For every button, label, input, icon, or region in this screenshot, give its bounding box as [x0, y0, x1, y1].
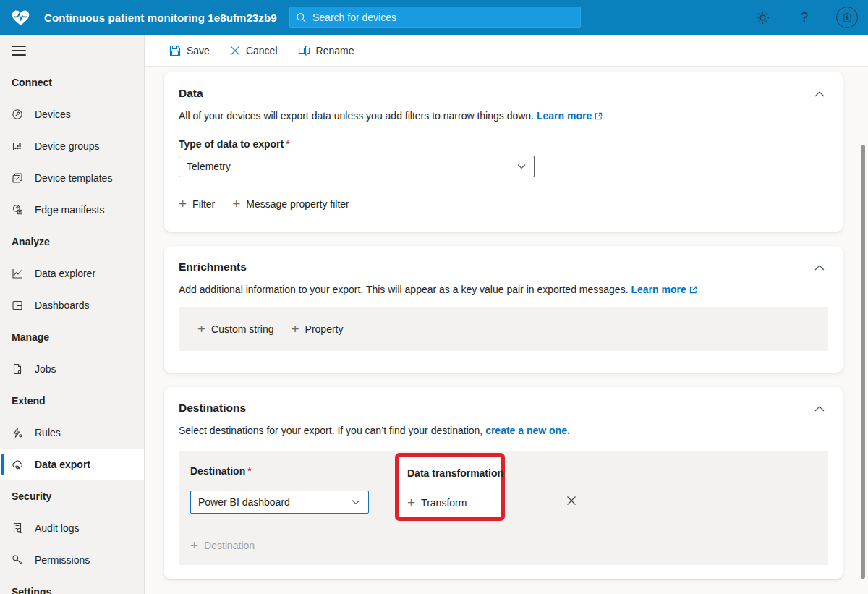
- type-of-data-value: Telemetry: [187, 161, 231, 172]
- sidebar-item-label: Edge manifests: [35, 204, 105, 216]
- filter-button-label: Filter: [192, 198, 215, 210]
- sidebar-item-label: Device groups: [35, 140, 100, 152]
- enrichments-empty-panel: + Custom string + Property: [179, 307, 828, 351]
- devices-icon: [12, 109, 23, 120]
- learn-more-link[interactable]: Learn more: [631, 284, 686, 295]
- save-icon: [169, 45, 181, 56]
- learn-more-link[interactable]: Learn more: [537, 110, 592, 122]
- rename-label: Rename: [316, 45, 354, 56]
- sidebar-item-label: Device templates: [35, 172, 112, 184]
- create-new-destination-link[interactable]: create a new one.: [485, 425, 570, 436]
- vertical-scrollbar-thumb[interactable]: [861, 145, 865, 579]
- sidebar-item-data-explorer[interactable]: Data explorer: [0, 258, 144, 289]
- required-asterisk: *: [247, 465, 251, 477]
- enrichments-section-card: Enrichments Add additional information t…: [164, 246, 843, 373]
- help-icon[interactable]: ?: [794, 7, 814, 27]
- rename-button[interactable]: Rename: [298, 45, 354, 56]
- top-app-bar: Continuous patient monitoring 1e8ufm23zb…: [0, 0, 868, 35]
- rename-icon: [298, 45, 310, 56]
- sidebar-section-manage: Manage: [0, 321, 144, 353]
- collapse-chevron-up-icon[interactable]: [814, 263, 825, 272]
- external-link-icon: [689, 286, 697, 294]
- permissions-icon: [12, 554, 23, 566]
- sidebar-section-analyze: Analyze: [0, 226, 144, 258]
- data-section-card: Data All of your devices will export dat…: [164, 72, 843, 232]
- data-explorer-icon: [12, 268, 23, 279]
- destination-dropdown[interactable]: Power BI dashboard: [190, 491, 369, 514]
- required-asterisk: *: [286, 138, 289, 150]
- add-custom-string-button[interactable]: + Custom string: [197, 322, 273, 336]
- search-icon: [296, 12, 307, 23]
- destination-label: Destination*: [190, 465, 252, 477]
- transform-label: Transform: [421, 497, 467, 509]
- sidebar-item-label: Rules: [35, 427, 61, 438]
- plus-icon: +: [190, 538, 198, 552]
- add-transform-button[interactable]: + Transform: [407, 496, 467, 509]
- sidebar-item-label: Jobs: [35, 363, 56, 375]
- data-export-editor: Data All of your devices will export dat…: [145, 67, 868, 594]
- sidebar-item-label: Dashboards: [35, 300, 90, 311]
- collapse-chevron-up-icon[interactable]: [814, 404, 825, 413]
- settings-gear-icon[interactable]: [752, 7, 773, 27]
- type-of-data-dropdown[interactable]: Telemetry: [179, 156, 535, 177]
- sidebar-nav: Connect Devices Device groups Device tem…: [0, 35, 145, 594]
- add-filter-button[interactable]: + Filter: [179, 197, 215, 211]
- data-transformation-label: Data transformation: [407, 467, 503, 479]
- hamburger-icon: [12, 43, 26, 59]
- audit-logs-icon: [12, 522, 23, 534]
- sidebar-item-audit-logs[interactable]: Audit logs: [0, 512, 144, 544]
- destinations-description: Select destinations for your export. If …: [179, 425, 482, 436]
- edge-manifests-icon: [12, 204, 23, 216]
- plus-icon: +: [197, 322, 205, 336]
- destination-value: Power BI dashboard: [198, 496, 290, 508]
- sidebar-item-edge-manifests[interactable]: Edge manifests: [0, 194, 144, 226]
- enrichments-description: Add additional information to your expor…: [179, 284, 629, 295]
- data-section-description: All of your devices will export data unl…: [179, 110, 534, 122]
- add-destination-label: Destination: [204, 540, 255, 551]
- sidebar-item-dashboards[interactable]: Dashboards: [0, 289, 144, 321]
- sidebar-item-label: Data export: [35, 459, 90, 470]
- sidebar-item-rules[interactable]: Rules: [0, 417, 144, 449]
- sidebar-item-device-templates[interactable]: Device templates: [0, 162, 144, 194]
- jobs-icon: [12, 363, 23, 375]
- add-property-button[interactable]: + Property: [291, 322, 343, 336]
- account-icon[interactable]: [836, 7, 858, 28]
- rules-icon: [12, 427, 23, 438]
- edit-toolbar: Save Cancel Rename: [145, 35, 868, 67]
- chevron-down-icon: [516, 163, 527, 170]
- plus-icon: +: [407, 496, 415, 509]
- property-label: Property: [305, 323, 344, 335]
- sidebar-item-devices[interactable]: Devices: [0, 98, 144, 130]
- enrichments-title: Enrichments: [179, 260, 828, 273]
- dashboards-icon: [12, 300, 23, 311]
- add-message-property-filter-button[interactable]: + Message property filter: [232, 197, 349, 211]
- plus-icon: +: [232, 197, 240, 211]
- cancel-button[interactable]: Cancel: [230, 45, 278, 56]
- heart-pulse-logo-icon: [11, 9, 30, 27]
- app-title: Continuous patient monitoring 1e8ufm23zb…: [44, 12, 277, 24]
- save-button[interactable]: Save: [169, 45, 210, 56]
- sidebar-item-label: Permissions: [35, 554, 90, 566]
- data-export-icon: [12, 459, 23, 470]
- destinations-title: Destinations: [179, 402, 828, 415]
- sidebar-item-device-groups[interactable]: Device groups: [0, 130, 144, 162]
- message-property-filter-label: Message property filter: [246, 198, 349, 210]
- search-input[interactable]: [312, 12, 574, 23]
- cancel-label: Cancel: [246, 45, 278, 56]
- collapse-chevron-up-icon[interactable]: [814, 90, 825, 98]
- destinations-section-card: Destinations Select destinations for you…: [164, 387, 843, 579]
- add-destination-button[interactable]: + Destination: [190, 538, 255, 552]
- plus-icon: +: [291, 322, 299, 336]
- device-search-box[interactable]: [289, 7, 581, 28]
- data-transformation-highlight-box: Data transformation + Transform: [395, 453, 505, 521]
- cancel-x-icon: [230, 46, 240, 56]
- sidebar-section-security: Security: [0, 480, 144, 512]
- remove-destination-close-icon[interactable]: [566, 495, 577, 506]
- sidebar-item-jobs[interactable]: Jobs: [0, 353, 144, 385]
- external-link-icon: [595, 112, 603, 120]
- sidebar-section-extend: Extend: [0, 385, 144, 417]
- device-templates-icon: [12, 172, 23, 184]
- sidebar-item-data-export[interactable]: Data export: [0, 449, 144, 480]
- sidebar-item-permissions[interactable]: Permissions: [0, 544, 144, 576]
- sidebar-collapse-button[interactable]: [0, 35, 144, 67]
